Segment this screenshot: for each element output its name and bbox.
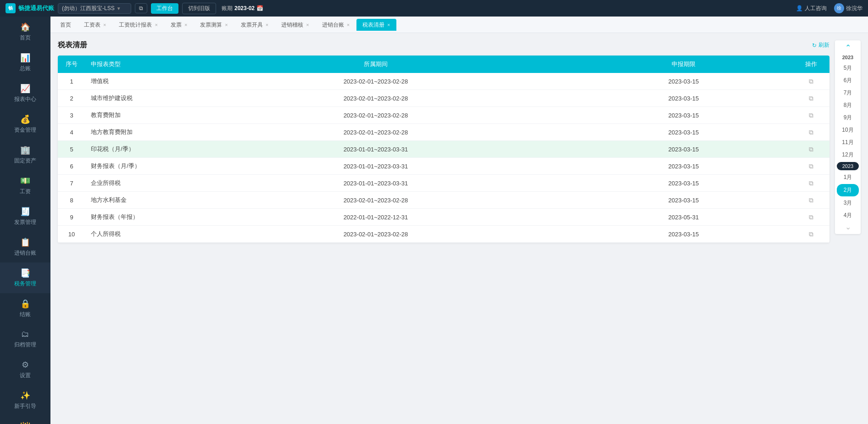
- page-content: 税表清册 ↻ 刷新 序号 申报表类型 所属期间 申报期限 操作: [50, 33, 868, 424]
- sidebar-item-reports[interactable]: 📈 报表中心: [0, 78, 50, 109]
- action-btn[interactable]: ⧉: [809, 78, 813, 85]
- action-btn[interactable]: ⧉: [809, 145, 813, 153]
- cell-type: 增值税: [85, 73, 177, 90]
- calendar-month-1[interactable]: 1月: [835, 171, 861, 184]
- table-row: 9 财务报表（年报） 2022-01-01~2022-12-31 2023-05…: [58, 209, 829, 226]
- action-btn[interactable]: ⧉: [809, 128, 813, 136]
- cell-no: 10: [58, 226, 85, 243]
- refresh-button[interactable]: ↻ 刷新: [812, 41, 829, 49]
- calendar-year-2022: 2023: [842, 53, 853, 62]
- tab-close-invoice-issue[interactable]: ×: [266, 22, 268, 28]
- action-btn[interactable]: ⧉: [809, 179, 813, 187]
- tab-home[interactable]: 首页: [54, 19, 77, 31]
- tab-close-salary[interactable]: ×: [103, 22, 106, 28]
- calendar-month-4[interactable]: 4月: [835, 209, 861, 222]
- tab-tax-list[interactable]: 税表清册 ×: [356, 19, 396, 31]
- tab-purchase-ledger[interactable]: 进销台账 ×: [316, 19, 356, 31]
- sidebar-item-home[interactable]: 🏠 首页: [0, 17, 50, 47]
- tab-invoice-issue-label: 发票开具: [241, 21, 263, 29]
- calendar-month-6[interactable]: 6月: [835, 74, 861, 87]
- cell-deadline: 2023-03-15: [574, 226, 793, 243]
- action-btn[interactable]: ⧉: [809, 162, 813, 170]
- tab-close-invoice[interactable]: ×: [184, 22, 187, 28]
- tab-salary-stats[interactable]: 工资统计报表 ×: [113, 19, 163, 31]
- sidebar-item-assets[interactable]: 🏢 固定资产: [0, 139, 50, 170]
- action-btn[interactable]: ⧉: [809, 112, 813, 119]
- main-layout: 🏠 首页 📊 总账 📈 报表中心 💰 资金管理 🏢 固定资产 💵 工资 🧾 发票…: [0, 17, 868, 424]
- archive-icon: 🗂: [21, 329, 29, 339]
- tab-close-tax-list[interactable]: ×: [387, 22, 390, 28]
- purchase-icon: 📋: [20, 237, 30, 247]
- cell-type: 企业所得税: [85, 175, 177, 192]
- sidebar-item-funds[interactable]: 💰 资金管理: [0, 109, 50, 139]
- user-avatar: 徐: [834, 3, 844, 13]
- calendar-month-5[interactable]: 5月: [835, 62, 861, 74]
- logo-area: 畅 畅捷通易代账: [6, 3, 54, 13]
- tab-invoice-calc[interactable]: 发票测算 ×: [194, 19, 234, 31]
- col-action: 操作: [793, 56, 829, 73]
- calendar-month-8[interactable]: 8月: [835, 99, 861, 112]
- calendar-month-12[interactable]: 12月: [835, 149, 861, 161]
- calendar-down-arrow[interactable]: ⌄: [845, 222, 851, 232]
- cell-period: 2023-02-01~2023-02-28: [177, 192, 574, 209]
- sidebar-label-archive: 归档管理: [14, 341, 36, 349]
- refresh-label: 刷新: [818, 41, 829, 49]
- action-btn[interactable]: ⧉: [809, 196, 813, 204]
- action-btn[interactable]: ⧉: [809, 213, 813, 221]
- sidebar: 🏠 首页 📊 总账 📈 报表中心 💰 资金管理 🏢 固定资产 💵 工资 🧾 发票…: [0, 17, 50, 424]
- calendar-month-9[interactable]: 9月: [835, 112, 861, 124]
- guide-icon: ✨: [20, 391, 30, 401]
- sidebar-item-invoice[interactable]: 🧾 发票管理: [0, 201, 50, 232]
- app-name: 畅捷通易代账: [18, 4, 54, 12]
- ai-icon: 👤: [796, 5, 803, 11]
- user-area[interactable]: 徐 徐浣华: [834, 3, 862, 13]
- cell-deadline: 2023-03-15: [574, 192, 793, 209]
- cell-no: 8: [58, 192, 85, 209]
- calendar-month-7[interactable]: 7月: [835, 87, 861, 99]
- action-btn[interactable]: ⧉: [809, 95, 813, 102]
- company-selector[interactable]: (勿动）江西股宝-LSS ▼: [58, 3, 131, 14]
- switch-old-button[interactable]: 切到旧版: [182, 3, 216, 14]
- sidebar-label-home: 首页: [20, 34, 31, 42]
- tab-invoice-issue[interactable]: 发票开具 ×: [235, 19, 274, 31]
- sidebar-item-close[interactable]: 🔒 结账: [0, 293, 50, 324]
- cell-deadline: 2023-05-31: [574, 209, 793, 226]
- cell-type: 地方教育费附加: [85, 124, 177, 141]
- sidebar-item-archive[interactable]: 🗂 归档管理: [0, 324, 50, 354]
- sidebar-label-invoice: 发票管理: [14, 218, 36, 226]
- sidebar-item-purchase[interactable]: 📋 进销台账: [0, 232, 50, 262]
- tab-close-salary-stats[interactable]: ×: [155, 22, 157, 28]
- copy-icon-btn[interactable]: ⧉: [135, 3, 147, 13]
- calendar-icon[interactable]: 📅: [256, 5, 263, 11]
- calendar-month-11[interactable]: 11月: [835, 136, 861, 149]
- tab-close-purchase-ledger[interactable]: ×: [347, 22, 350, 28]
- calendar-month-3[interactable]: 3月: [835, 197, 861, 209]
- sidebar-item-guide[interactable]: ✨ 新手引导: [0, 385, 50, 416]
- sidebar-item-member[interactable]: 👑 畅会员: [0, 416, 50, 424]
- cell-type: 财务报表（月/季）: [85, 158, 177, 175]
- sidebar-item-ledger[interactable]: 📊 总账: [0, 47, 50, 78]
- cell-type: 地方水利基金: [85, 192, 177, 209]
- period-value: 2023-02: [234, 5, 255, 11]
- cell-period: 2023-01-01~2023-03-31: [177, 175, 574, 192]
- tab-salary-table[interactable]: 工资表 ×: [78, 19, 112, 31]
- calendar-month-2-active[interactable]: 2月: [837, 184, 859, 196]
- table-row: 6 财务报表（月/季） 2023-01-01~2023-03-31 2023-0…: [58, 158, 829, 175]
- workbench-button[interactable]: 工作台: [151, 3, 178, 14]
- tab-purchase-audit[interactable]: 进销稽核 ×: [275, 19, 315, 31]
- sidebar-item-settings[interactable]: ⚙ 设置: [0, 354, 50, 385]
- tab-close-purchase-audit[interactable]: ×: [306, 22, 309, 28]
- tab-close-invoice-calc[interactable]: ×: [225, 22, 228, 28]
- sidebar-item-salary[interactable]: 💵 工资: [0, 170, 50, 201]
- ai-consult-btn[interactable]: 👤 人工咨询: [796, 5, 827, 12]
- calendar-up-arrow[interactable]: ⌃: [845, 42, 851, 53]
- tab-tax-list-label: 税表清册: [362, 21, 384, 29]
- cell-deadline: 2023-03-15: [574, 175, 793, 192]
- settings-icon: ⚙: [22, 360, 29, 370]
- cell-deadline: 2023-03-15: [574, 158, 793, 175]
- tab-invoice[interactable]: 发票 ×: [165, 19, 193, 31]
- cell-period: 2023-02-01~2023-02-28: [177, 124, 574, 141]
- sidebar-item-tax[interactable]: 📑 税务管理: [0, 262, 50, 293]
- calendar-month-10[interactable]: 10月: [835, 124, 861, 136]
- action-btn[interactable]: ⧉: [809, 230, 813, 238]
